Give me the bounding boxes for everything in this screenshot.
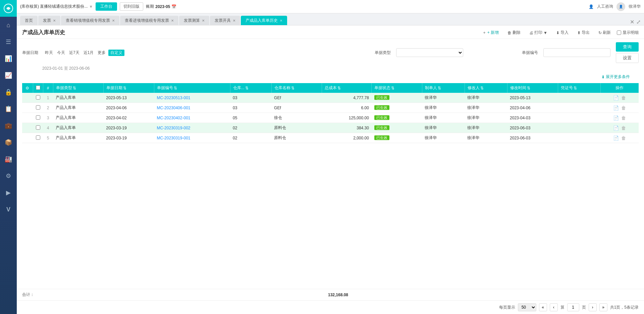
col-doc-status[interactable]: 单据状态⇅ xyxy=(372,83,422,93)
tab-invoice-issue-close[interactable]: ✕ xyxy=(233,19,235,22)
tab-invoice-calc-close[interactable]: ✕ xyxy=(202,19,205,22)
expand-arrow-icon: ⬇ xyxy=(601,75,605,79)
sidebar-item-production[interactable]: 🏭 xyxy=(0,151,17,168)
shortcut-yesterday[interactable]: 昨天 xyxy=(44,50,54,56)
shortcut-today[interactable]: 今天 xyxy=(56,50,66,56)
new-button[interactable]: ＋ + 新增 xyxy=(480,29,501,37)
tab-sales-invoice[interactable]: 查看销项增值税专用发票 ✕ xyxy=(61,16,119,25)
row-doc-date-4: 2023-03-19 xyxy=(103,123,154,133)
sidebar-item-home[interactable]: ⌂ xyxy=(0,17,17,34)
row-delete-icon-4[interactable]: 🗑 xyxy=(621,125,626,131)
print-button[interactable]: 🖨 打印 ▼ xyxy=(527,29,550,37)
workbench-button[interactable]: 工作台 xyxy=(96,2,117,11)
col-modifier[interactable]: 修改人⇅ xyxy=(465,83,507,93)
tab-controls: ✕ ⤢ xyxy=(630,19,641,25)
next-page-button[interactable]: › xyxy=(589,303,597,311)
col-warehouse-name[interactable]: 仓库名称⇅ xyxy=(271,83,322,93)
sidebar-item-menu[interactable]: ☰ xyxy=(0,34,17,50)
shortcut-more[interactable]: 更多 xyxy=(96,50,107,56)
row-delete-icon-2[interactable]: 🗑 xyxy=(621,105,626,111)
row-checkbox-cell xyxy=(33,113,43,123)
prev-page-button[interactable]: ‹ xyxy=(550,303,558,311)
sidebar-item-analysis[interactable]: 📈 xyxy=(0,67,17,84)
tab-expand-icon[interactable]: ⤢ xyxy=(636,19,641,25)
doc-no-input[interactable] xyxy=(543,48,610,57)
row-checkbox-2[interactable] xyxy=(36,105,40,110)
sidebar-item-report[interactable]: 📊 xyxy=(0,50,17,67)
col-doc-no[interactable]: 单据编号⇅ xyxy=(154,83,230,93)
shortcut-7days[interactable]: 近7天 xyxy=(68,50,81,56)
tab-purchase-invoice-close[interactable]: ✕ xyxy=(171,19,174,22)
query-button[interactable]: 查询 xyxy=(616,42,639,52)
tab-sales-invoice-close[interactable]: ✕ xyxy=(112,19,115,22)
sidebar-item-v[interactable]: V xyxy=(0,201,17,218)
company-dropdown-icon[interactable]: ▼ xyxy=(89,4,93,9)
sidebar-item-doc[interactable]: 📋 xyxy=(0,101,17,117)
row-doc-no-4[interactable]: MC-20230319-002 xyxy=(154,123,230,133)
col-total-cost[interactable]: 总成本⇅ xyxy=(322,83,372,93)
tab-invoice-calc[interactable]: 发票测算 ✕ xyxy=(179,16,209,25)
row-edit-icon-3[interactable]: 📄 xyxy=(613,115,619,121)
row-delete-icon-3[interactable]: 🗑 xyxy=(621,115,626,121)
row-edit-icon-1[interactable]: 📄 xyxy=(613,95,619,101)
row-checkbox-4[interactable] xyxy=(36,125,40,130)
first-page-button[interactable]: « xyxy=(539,303,547,311)
row-edit-icon-4[interactable]: 📄 xyxy=(613,125,619,131)
tab-invoice-close[interactable]: ✕ xyxy=(53,19,56,22)
tab-home[interactable]: 首页 xyxy=(20,16,38,25)
row-delete-icon-1[interactable]: 🗑 xyxy=(621,95,626,101)
sidebar-item-warehouse[interactable]: 📦 xyxy=(0,134,17,151)
refresh-button[interactable]: ↻ 刷新 xyxy=(596,29,613,37)
row-checkbox-5[interactable] xyxy=(36,135,40,140)
import-icon: ⬇ xyxy=(556,30,559,35)
tab-invoice-issue[interactable]: 发票开具 ✕ xyxy=(210,16,240,25)
tab-purchase-invoice[interactable]: 查看进项增值税专用发票 ✕ xyxy=(120,16,178,25)
col-settings[interactable]: ⚙ xyxy=(22,83,33,93)
shortcut-custom[interactable]: 自定义 xyxy=(108,50,124,56)
select-all-checkbox[interactable] xyxy=(36,85,40,90)
tab-close-all-icon[interactable]: ✕ xyxy=(630,19,634,25)
set-button[interactable]: 设置 xyxy=(616,53,639,63)
row-doc-no-3[interactable]: MC-20230402-001 xyxy=(154,113,230,123)
export-button[interactable]: ⬆ 导出 xyxy=(575,29,592,37)
sidebar-item-settings[interactable]: ⚙ xyxy=(0,168,17,184)
import-button[interactable]: ⬇ 导入 xyxy=(553,29,571,37)
sidebar-item-play[interactable]: ▶ xyxy=(0,184,17,201)
show-detail-checkbox[interactable] xyxy=(617,30,621,35)
row-doc-no-1[interactable]: MC-20230513-001 xyxy=(154,93,230,103)
calendar-icon[interactable]: 📅 xyxy=(171,4,176,9)
row-checkbox-1[interactable] xyxy=(36,95,40,100)
row-voucher-no-3 xyxy=(558,113,600,123)
col-doc-date[interactable]: 单据日期⇅ xyxy=(103,83,154,93)
col-warehouse-code[interactable]: 仓库...⇅ xyxy=(230,83,271,93)
main-area: (库存核算) 直播轻绒通信息技术股份... ▼ 工作台 切到旧版 账期 2023… xyxy=(17,0,644,314)
col-modify-time[interactable]: 修改时间⇅ xyxy=(507,83,558,93)
col-checkbox xyxy=(33,83,43,93)
sidebar-item-business[interactable]: 💼 xyxy=(0,117,17,134)
tab-product-history-close[interactable]: ✕ xyxy=(280,19,282,22)
row-edit-icon-5[interactable]: 📄 xyxy=(613,135,619,141)
row-doc-no-2[interactable]: MC-20230406-001 xyxy=(154,103,230,113)
expand-conditions-button[interactable]: ⬇ 展开更多条件 xyxy=(601,74,630,80)
switch-version-button[interactable]: 切到旧版 xyxy=(120,2,143,11)
page-number-input[interactable] xyxy=(567,303,579,311)
row-total-cost-4: 384.30 xyxy=(322,123,372,133)
sidebar-item-lock[interactable]: 🔒 xyxy=(0,84,17,101)
per-page-select[interactable]: 50 100 200 xyxy=(518,303,536,311)
row-checkbox-3[interactable] xyxy=(36,115,40,120)
user-name: 徐泽华 xyxy=(629,4,641,9)
col-creator[interactable]: 制单人⇅ xyxy=(422,83,465,93)
delete-button[interactable]: 🗑 删除 xyxy=(505,29,523,37)
consult-icon: 👤 xyxy=(589,4,594,9)
shortcut-1month[interactable]: 近1月 xyxy=(82,50,95,56)
last-page-button[interactable]: » xyxy=(599,303,607,311)
row-edit-icon-2[interactable]: 📄 xyxy=(613,105,619,111)
tab-home-label: 首页 xyxy=(25,18,33,23)
doc-type-select[interactable] xyxy=(396,48,463,57)
tab-product-history[interactable]: 产成品入库单历史 ✕ xyxy=(241,16,287,25)
col-doc-type[interactable]: 单据类型⇅ xyxy=(53,83,103,93)
row-delete-icon-5[interactable]: 🗑 xyxy=(621,135,626,141)
col-voucher-no[interactable]: 凭证号⇅ xyxy=(558,83,600,93)
row-doc-no-5[interactable]: MC-20230319-001 xyxy=(154,133,230,143)
tab-invoice[interactable]: 发票 ✕ xyxy=(38,16,60,25)
